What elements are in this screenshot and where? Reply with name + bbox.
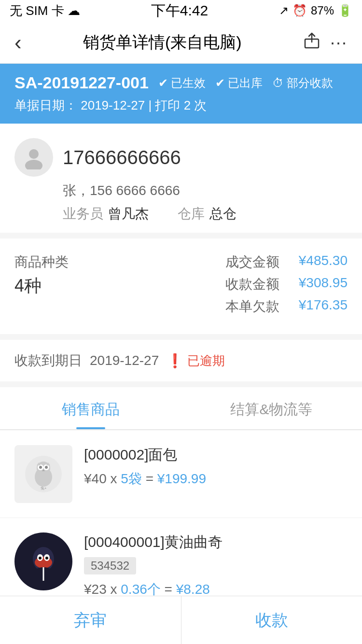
product-info-2: [000400001]黄油曲奇 534532 ¥23 x 0.36个 = ¥8.… bbox=[84, 532, 348, 599]
svg-point-9 bbox=[39, 466, 42, 469]
deal-amount-label: 成交金额 bbox=[225, 253, 279, 271]
financial-stats: 成交金额 ¥485.30 收款金额 ¥308.95 本单欠款 ¥176.35 bbox=[225, 253, 348, 320]
bottom-bar: 弃审 收款 bbox=[0, 596, 362, 644]
status-right: ↗ ⏰ 87% 🔋 bbox=[279, 4, 352, 17]
check-icon-1: ✔ bbox=[158, 76, 168, 90]
order-date-info: 单据日期： 2019-12-27 | 打印 2 次 bbox=[14, 97, 348, 114]
status-badge-partial: ⏱ 部分收款 bbox=[272, 75, 333, 91]
status-time: 下午4:42 bbox=[151, 1, 208, 21]
page-title: 销货单详情(来自电脑) bbox=[83, 31, 242, 54]
product-info-1: [0000002]面包 ¥40 x 5袋 = ¥199.99 bbox=[84, 445, 348, 488]
overdue-badge: ❗ 已逾期 bbox=[167, 352, 225, 369]
tab-settlement[interactable]: 结算&物流等 bbox=[181, 387, 362, 429]
order-header: SA-20191227-001 ✔ 已生效 ✔ 已出库 ⏱ 部分收款 单据日期：… bbox=[0, 64, 362, 124]
location-icon: ↗ bbox=[279, 4, 289, 17]
due-date-section: 收款到期日 2019-12-27 ❗ 已逾期 bbox=[0, 340, 362, 381]
salesman-value: 曾凡杰 bbox=[108, 205, 149, 223]
product-list: 兔+ [0000002]面包 ¥40 x 5袋 = ¥199.99 bbox=[0, 431, 362, 614]
nav-actions: ··· bbox=[303, 31, 348, 53]
nav-bar: ‹ 销货单详情(来自电脑) ··· bbox=[0, 21, 362, 64]
product-type-value: 4种 bbox=[14, 274, 69, 298]
product-thumb-1: 兔+ bbox=[14, 445, 72, 503]
share-button[interactable] bbox=[303, 31, 320, 53]
clock-icon: ⏱ bbox=[272, 76, 284, 90]
warehouse-value: 总仓 bbox=[209, 205, 237, 223]
due-date-value: 2019-12-27 bbox=[90, 353, 159, 368]
collect-payment-button[interactable]: 收款 bbox=[181, 596, 362, 644]
due-date-label: 收款到期日 bbox=[14, 351, 82, 370]
product-thumb-2 bbox=[14, 532, 72, 590]
svg-point-3 bbox=[25, 160, 42, 169]
deal-amount-value: ¥485.30 bbox=[299, 253, 348, 271]
product-price-1: ¥40 x 5袋 = ¥199.99 bbox=[84, 470, 348, 488]
battery-text: 87% bbox=[311, 4, 334, 17]
divider-2 bbox=[0, 335, 362, 340]
owl-icon: 兔+ bbox=[24, 455, 63, 493]
product-qty-2: 0.36个 bbox=[121, 582, 161, 597]
product-qty-1: 5袋 bbox=[121, 471, 142, 486]
divider-1 bbox=[0, 234, 362, 238]
status-badge-shipped: ✔ 已出库 bbox=[215, 75, 263, 91]
order-number: SA-20191227-001 bbox=[14, 73, 149, 92]
svg-point-20 bbox=[39, 557, 42, 560]
tab-sales-products[interactable]: 销售商品 bbox=[0, 387, 181, 429]
product-name-1: [0000002]面包 bbox=[84, 445, 348, 465]
receipt-amount-label: 收款金额 bbox=[225, 275, 279, 294]
salesman-label: 业务员 bbox=[63, 205, 103, 223]
status-badge-effective: ✔ 已生效 bbox=[158, 75, 206, 91]
debt-amount-label: 本单欠款 bbox=[225, 297, 279, 316]
warehouse-label: 仓库 bbox=[178, 205, 205, 223]
svg-text:兔+: 兔+ bbox=[41, 486, 47, 490]
status-bar: 无 SIM 卡 ☁ 下午4:42 ↗ ⏰ 87% 🔋 bbox=[0, 0, 362, 21]
stats-section: 商品种类 4种 成交金额 ¥485.30 收款金额 ¥308.95 本单欠款 ¥… bbox=[0, 238, 362, 334]
alarm-icon: ⏰ bbox=[292, 4, 307, 17]
status-left: 无 SIM 卡 ☁ bbox=[10, 2, 80, 19]
overdue-text: 已逾期 bbox=[187, 352, 225, 369]
overdue-icon: ❗ bbox=[167, 353, 183, 369]
tabs-row: 销售商品 结算&物流等 bbox=[0, 387, 362, 430]
customer-avatar bbox=[14, 138, 53, 177]
svg-point-2 bbox=[29, 149, 39, 159]
product-item-1: 兔+ [0000002]面包 ¥40 x 5袋 = ¥199.99 bbox=[0, 431, 362, 518]
product-type-label: 商品种类 bbox=[14, 253, 69, 271]
receipt-amount-value: ¥308.95 bbox=[299, 275, 348, 294]
product-tag-2: 534532 bbox=[84, 557, 136, 574]
svg-point-21 bbox=[45, 557, 48, 560]
product-name-2: [000400001]黄油曲奇 bbox=[84, 532, 348, 552]
tabs-section: 销售商品 结算&物流等 bbox=[0, 387, 362, 430]
product-image-icon bbox=[19, 537, 68, 586]
customer-phone[interactable]: 17666666666 bbox=[63, 147, 181, 168]
abandon-review-button[interactable]: 弃审 bbox=[0, 596, 181, 644]
customer-section: 17666666666 张，156 6666 6666 业务员 曾凡杰 仓库 总… bbox=[0, 124, 362, 233]
customer-meta: 业务员 曾凡杰 仓库 总仓 bbox=[63, 205, 348, 223]
product-total-1: ¥199.99 bbox=[157, 471, 206, 486]
divider-3 bbox=[0, 382, 362, 387]
product-total-2: ¥8.28 bbox=[176, 582, 210, 597]
debt-amount-value: ¥176.35 bbox=[299, 297, 348, 316]
more-button[interactable]: ··· bbox=[330, 32, 348, 53]
customer-name: 张，156 6666 6666 bbox=[63, 182, 348, 200]
svg-point-10 bbox=[45, 466, 48, 469]
back-button[interactable]: ‹ bbox=[14, 30, 22, 55]
check-icon-2: ✔ bbox=[215, 76, 225, 90]
battery-icon: 🔋 bbox=[338, 4, 352, 17]
